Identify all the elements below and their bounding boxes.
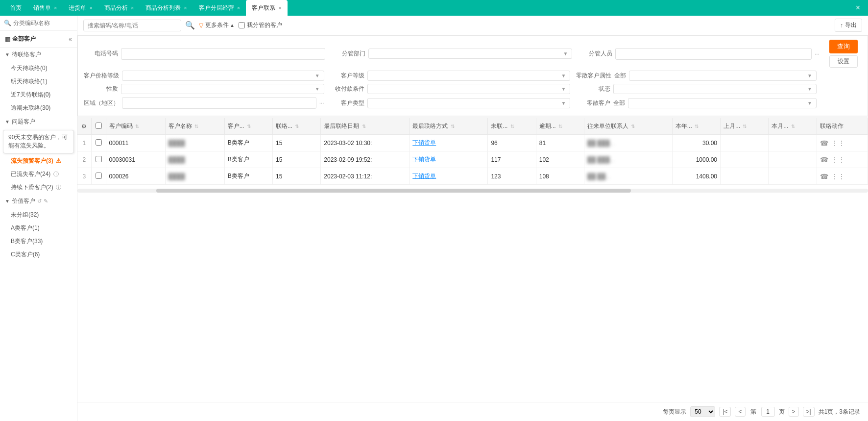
- sidebar-item-declining[interactable]: 持续下滑客户(2) ⓘ: [0, 181, 77, 194]
- sidebar-item-churned[interactable]: 已流失客户(24) ⓘ: [0, 168, 77, 181]
- contact-action-icon[interactable]: ☎: [820, 173, 828, 180]
- sidebar-item-churn-warning[interactable]: 流失预警客户(3) ⚠: [0, 154, 77, 168]
- horizontal-scrollbar[interactable]: [77, 189, 868, 193]
- nav-tab-customer-contact-close[interactable]: ×: [278, 5, 281, 11]
- person-dots-icon[interactable]: ···: [815, 50, 820, 57]
- col-last-contact-date[interactable]: 最后联络日期 ⇅: [321, 118, 410, 135]
- sidebar-item-overdue[interactable]: 逾期未联络(30): [0, 101, 77, 115]
- page-size-select[interactable]: 50 100: [690, 406, 715, 417]
- nav-tab-analysis-label: 商品分析: [104, 4, 128, 12]
- more-action-icon[interactable]: ⋮⋮: [831, 139, 845, 147]
- my-customers-label: 我分管的客户: [247, 21, 282, 29]
- cell-contact: 15: [272, 135, 320, 151]
- nav-tab-analysis-list[interactable]: 商品分析列表 ×: [140, 0, 193, 16]
- prev-page-button[interactable]: <: [735, 407, 745, 417]
- col-customer-name[interactable]: 客户名称 ⇅: [165, 118, 224, 135]
- region-input[interactable]: [122, 97, 316, 109]
- contact-way-link[interactable]: 下销货单: [412, 173, 436, 179]
- cell-no-contact: 96: [488, 135, 536, 151]
- settings-button[interactable]: 设置: [829, 55, 858, 68]
- contact-way-link[interactable]: 下销货单: [412, 139, 436, 146]
- status-select[interactable]: ▼: [613, 84, 817, 94]
- region-dots-icon[interactable]: ···: [319, 99, 324, 106]
- retail-attr-select[interactable]: ▼: [629, 71, 817, 81]
- search-input[interactable]: [83, 20, 181, 31]
- col-no-contact[interactable]: 未联... ⇅: [488, 118, 536, 135]
- person-input[interactable]: [615, 48, 812, 60]
- contact-way-link[interactable]: 下销货单: [412, 156, 436, 163]
- sidebar-all-customers[interactable]: ▦ 全部客户 «: [0, 31, 77, 48]
- scrollbar-thumb[interactable]: [156, 189, 630, 193]
- filter-row-1: 电话号码 分管部门 ▼ 分管人员 ··· 查询 设置: [84, 40, 862, 68]
- nav-tab-customer-contact[interactable]: 客户联系 ×: [246, 0, 287, 16]
- col-last-contact-way[interactable]: 最后联络方式 ⇅: [410, 118, 488, 135]
- col-this-month[interactable]: 本月... ⇅: [769, 118, 817, 135]
- table-checkbox-col[interactable]: [91, 118, 106, 135]
- my-customers-checkbox[interactable]: [239, 22, 245, 28]
- sidebar-item-class-a[interactable]: A类客户(1): [0, 222, 77, 235]
- filter-retail-attr-label: 零散客户属性: [576, 72, 611, 80]
- window-close-button[interactable]: ×: [852, 3, 864, 12]
- sidebar-group-value[interactable]: ▼ 价值客户 ↺ ✎: [0, 194, 77, 208]
- col-overdue[interactable]: 逾期... ⇅: [536, 118, 584, 135]
- col-contact[interactable]: 联络... ⇅: [272, 118, 320, 135]
- nav-tab-analysis-close[interactable]: ×: [131, 5, 134, 11]
- last-page-button[interactable]: >|: [803, 407, 815, 417]
- nav-tab-home[interactable]: 首页: [4, 0, 27, 16]
- sidebar-item-ungrouped[interactable]: 未分组(32): [0, 208, 77, 222]
- nav-tab-analysis-list-close[interactable]: ×: [184, 5, 187, 11]
- sidebar-search-input[interactable]: [13, 20, 73, 26]
- next-page-button[interactable]: >: [789, 407, 799, 417]
- nature-select[interactable]: ▼: [121, 84, 324, 94]
- more-conditions-button[interactable]: ▽ 更多条件 ▲: [199, 21, 235, 29]
- nav-tab-customer-mgmt-close[interactable]: ×: [237, 5, 240, 11]
- top-nav: 首页 销售单 × 进货单 × 商品分析 × 商品分析列表 × 客户分层经营 × …: [0, 0, 868, 16]
- sidebar-item-tomorrow[interactable]: 明天待联络(1): [0, 75, 77, 88]
- nav-tab-purchase-close[interactable]: ×: [89, 5, 92, 11]
- select-all-checkbox[interactable]: [96, 123, 102, 129]
- price-level-select[interactable]: ▼: [122, 71, 324, 81]
- contact-action-icon[interactable]: ☎: [820, 156, 828, 164]
- sidebar-item-today[interactable]: 今天待联络(0): [0, 62, 77, 75]
- nav-tab-customer-mgmt[interactable]: 客户分层经营 ×: [193, 0, 246, 16]
- customer-level-select[interactable]: ▼: [367, 71, 571, 81]
- sidebar-item-class-b[interactable]: B类客户(33): [0, 235, 77, 248]
- col-last-month[interactable]: 上月... ⇅: [721, 118, 769, 135]
- filter-row-2: 客户价格等级 ▼ 客户等级 ▼ 零散客户属性 全部 ▼: [84, 71, 862, 81]
- query-button[interactable]: 查询: [829, 40, 858, 53]
- problem-customer-tooltip: 90天未交易的客户，可能有流失风险。: [3, 130, 74, 153]
- cell-customer-code: 00030031: [106, 151, 165, 168]
- phone-input[interactable]: [121, 48, 325, 60]
- contact-action-icon[interactable]: ☎: [820, 139, 828, 147]
- search-button[interactable]: 🔍: [185, 21, 195, 30]
- dept-select[interactable]: ▼: [368, 49, 573, 59]
- cell-this-month: [769, 151, 817, 168]
- nav-tab-sales-close[interactable]: ×: [54, 5, 57, 11]
- sidebar-group-pending[interactable]: ▼ 待联络客户: [0, 48, 77, 62]
- more-action-icon[interactable]: ⋮⋮: [831, 173, 845, 180]
- col-customer-type[interactable]: 客户... ⇅: [224, 118, 272, 135]
- export-button[interactable]: ↑ 导出: [835, 19, 862, 32]
- col-customer-code[interactable]: 客户编码 ⇅: [106, 118, 165, 135]
- edit-icon[interactable]: ✎: [44, 198, 48, 204]
- first-page-button[interactable]: |<: [719, 407, 731, 417]
- page-input[interactable]: [761, 407, 775, 417]
- nav-tab-analysis[interactable]: 商品分析 ×: [98, 0, 140, 16]
- col-this-year[interactable]: 本年... ⇅: [672, 118, 720, 135]
- nav-tab-purchase[interactable]: 进货单 ×: [63, 0, 98, 16]
- row-checkbox[interactable]: [96, 156, 102, 162]
- customer-type-select[interactable]: ▼: [367, 98, 571, 108]
- retail-customer-select[interactable]: ▼: [628, 98, 817, 108]
- refresh-icon[interactable]: ↺: [37, 198, 42, 204]
- payment-select[interactable]: ▼: [367, 84, 571, 94]
- row-checkbox[interactable]: [96, 139, 102, 146]
- sidebar-item-class-c[interactable]: C类客户(6): [0, 248, 77, 261]
- sidebar-group-problem[interactable]: ▼ 问题客户: [0, 115, 77, 129]
- table-settings-col[interactable]: ⚙: [77, 118, 91, 135]
- more-action-icon[interactable]: ⋮⋮: [831, 156, 845, 164]
- col-unit-contact[interactable]: 往来单位联系人 ⇅: [584, 118, 673, 135]
- sidebar-item-7days[interactable]: 近7天待联络(0): [0, 88, 77, 101]
- collapse-icon[interactable]: «: [69, 36, 72, 43]
- row-checkbox[interactable]: [96, 173, 102, 179]
- nav-tab-sales[interactable]: 销售单 ×: [27, 0, 63, 16]
